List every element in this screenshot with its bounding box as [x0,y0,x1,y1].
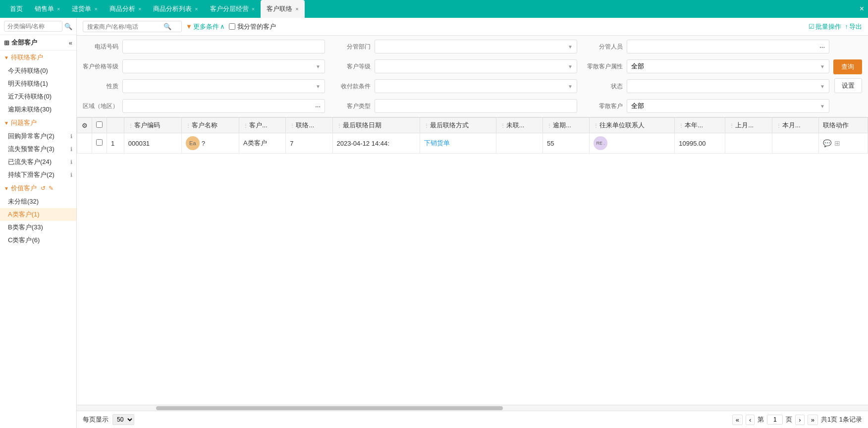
filter-search-input[interactable] [87,23,162,30]
this-month-column-header[interactable]: ⋮本月... [772,118,818,133]
window-close-button[interactable]: × [860,4,864,13]
export-button[interactable]: ↑ 导出 [845,22,863,31]
last-contact-date-cell: 2023-04-12 14:44: [332,133,420,154]
search-icon[interactable]: 🔍 [163,23,171,30]
sidebar-item-tomorrow[interactable]: 明天待联络(1) [0,77,76,90]
query-button[interactable]: 查询 [833,59,862,74]
row-checkbox[interactable] [96,139,103,146]
setting-button[interactable]: 设置 [834,78,862,93]
dept-select[interactable]: ▼ [375,40,577,54]
check-cell[interactable] [92,133,107,154]
not-contacted-column-header[interactable]: ⋮未联... [496,118,542,133]
top-right-actions: ☑ 批量操作 ↑ 导出 [809,22,863,31]
filter-search-box: 🔍 [83,21,182,32]
check-column-header[interactable] [92,118,107,133]
gear-column-header[interactable]: ⚙ [77,118,92,133]
last-contact-date-column-header[interactable]: ⋮最后联络日期 [332,118,420,133]
next-page-button[interactable]: › [795,415,804,425]
close-icon[interactable]: × [295,6,298,12]
page-number-input[interactable] [767,415,783,425]
nav-customer-contact[interactable]: 客户联络 × [261,0,304,18]
close-icon[interactable]: × [252,6,255,12]
sidebar-item-class-b[interactable]: B类客户(33) [0,221,76,234]
contact-method-link[interactable]: 下销货单 [424,139,450,147]
prev-page-button[interactable]: ‹ [746,415,755,425]
customer-type-input[interactable] [375,99,577,113]
name-column-header[interactable]: ⋮客户名称 [181,118,239,133]
sidebar-item-overdue[interactable]: 逾期未联络(30) [0,103,76,116]
select-all-checkbox[interactable] [96,121,103,128]
sidebar-item-7days[interactable]: 近7天待联络(0) [0,90,76,103]
contacts-column-header[interactable]: ⋮往来单位联系人 [590,118,675,133]
grid-action-icon[interactable]: ⊞ [834,139,840,147]
last-month-column-header[interactable]: ⋮上月... [725,118,772,133]
sidebar-item-churn-warning[interactable]: 流失预警客户(3) ℹ [0,143,76,156]
sidebar-item-abnormal[interactable]: 回购异常客户(2) ℹ [0,130,76,143]
section-problem-customers[interactable]: ▼ 问题客户 [0,116,76,130]
chevron-icon: ∧ [220,23,225,30]
sidebar-item-churned[interactable]: 已流失客户(24) ℹ [0,156,76,168]
first-page-button[interactable]: « [732,415,743,425]
sidebar-item-ungrouped[interactable]: 未分组(32) [0,195,76,208]
contact-count-column-header[interactable]: ⋮联络... [286,118,332,133]
nav-home[interactable]: 首页 [4,0,29,18]
more-filters-button[interactable]: ▼ 更多条件 ∧ [186,22,225,31]
region-select[interactable]: ··· [122,99,325,113]
edit-icon[interactable]: ✎ [49,185,54,192]
horizontal-scrollbar[interactable] [77,405,868,411]
close-icon[interactable]: × [138,6,141,12]
customer-level-select[interactable]: ▼ [375,59,577,73]
section-pending-contact[interactable]: ▼ 待联络客户 [0,51,76,64]
sidebar-item-declining[interactable]: 持续下滑客户(2) ℹ [0,168,76,181]
retail-customer-select[interactable]: 全部 ▼ [627,99,829,113]
last-contact-method-column-header[interactable]: ⋮最后联络方式 [420,118,496,133]
nav-analysis[interactable]: 商品分析 × [104,0,147,18]
message-icon[interactable]: 💬 [823,139,831,147]
nav-customer-tier[interactable]: 客户分层经营 × [204,0,261,18]
batch-operations-button[interactable]: ☑ 批量操作 [809,22,841,31]
sidebar-all-customers[interactable]: ⊞ 全部客户 « [0,35,76,51]
chevron-down-icon: ▼ [568,64,573,69]
sidebar-item-class-a[interactable]: A类客户(1) [0,208,76,221]
code-column-header[interactable]: ⋮客户编码 [124,118,181,133]
index-column-header [107,118,124,133]
code-cell: 000031 [124,133,181,154]
close-icon[interactable]: × [195,6,198,12]
nav-purchase[interactable]: 进货单 × [66,0,103,18]
phone-input[interactable] [122,40,325,54]
last-page-button[interactable]: » [808,415,818,425]
refresh-icon[interactable]: ↺ [41,185,46,192]
nature-select[interactable]: ▼ [122,79,325,93]
section-label: 问题客户 [11,118,37,127]
manager-select[interactable]: ··· [627,40,829,54]
section-value-customers[interactable]: ▼ 价值客户 ↺ ✎ [0,181,76,195]
type-column-header[interactable]: ⋮客户... [239,118,285,133]
nav-analysis-list[interactable]: 商品分析列表 × [147,0,204,18]
sidebar-search-input[interactable] [4,21,62,32]
overdue-column-header[interactable]: ⋮逾期... [542,118,589,133]
sidebar-collapse-button[interactable]: « [69,39,72,47]
filter-row-1: 电话号码 分管部门 ▼ 分管人员 [83,40,829,54]
top-nav: 首页 销售单 × 进货单 × 商品分析 × 商品分析列表 × 客户分层经营 × … [0,0,868,18]
payment-select[interactable]: ▼ [375,79,577,93]
per-page-select[interactable]: 50 [112,414,134,425]
sidebar-item-class-c[interactable]: C类客户(6) [0,234,76,247]
close-icon[interactable]: × [94,6,97,12]
sidebar-search-icon[interactable]: 🔍 [64,23,72,30]
this-year-column-header[interactable]: ⋮本年... [675,118,725,133]
close-icon[interactable]: × [57,6,60,12]
scrollbar-thumb[interactable] [156,406,503,410]
contacts-cell: RE . [590,133,675,154]
retail-attr-select[interactable]: 全部 ▼ [627,59,829,73]
price-level-select[interactable]: ▼ [122,59,325,73]
phone-label: 电话号码 [83,43,122,51]
customer-table: ⚙ ⋮客户编码 ⋮客户名称 ⋮客户... ⋮联络... ⋮最后联络日期 ⋮最后联… [77,117,868,154]
my-customers-checkbox[interactable] [229,23,235,30]
status-label: 状态 [587,82,627,91]
overdue-cell: 55 [542,133,589,154]
status-select[interactable]: ▼ [627,79,829,93]
sidebar-item-today[interactable]: 今天待联络(0) [0,64,76,77]
nav-sales[interactable]: 销售单 × [29,0,66,18]
last-contact-method-cell[interactable]: 下销货单 [420,133,496,154]
info-icon: ℹ [70,133,72,140]
